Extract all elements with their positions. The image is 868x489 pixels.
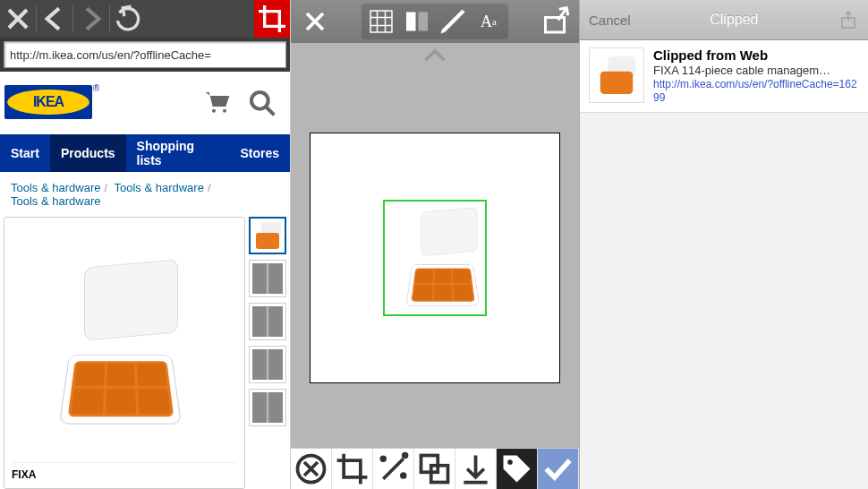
product-card: FIXA <box>4 217 245 489</box>
breadcrumb-link[interactable]: Tools & hardware <box>11 181 100 194</box>
browser-panel: IKEA ® Start Products Shopping lists Sto… <box>0 0 291 489</box>
clip-url[interactable]: http://m.ikea.com/us/en/?offlineCache=16… <box>653 78 859 105</box>
reload-icon[interactable] <box>110 0 146 38</box>
logo-text: IKEA <box>33 94 64 110</box>
crop-icon[interactable] <box>332 449 373 489</box>
magic-icon[interactable] <box>373 449 414 489</box>
product-name: FIXA <box>12 462 237 481</box>
thumbnail[interactable] <box>249 346 286 383</box>
bottom-toolbar <box>291 448 579 489</box>
back-icon[interactable] <box>37 0 72 38</box>
close-icon[interactable] <box>0 0 36 38</box>
svg-rect-2 <box>406 13 416 31</box>
url-bar <box>0 38 290 72</box>
breadcrumb-link[interactable]: Tools & hardware <box>11 194 100 208</box>
svg-point-6 <box>381 457 385 460</box>
download-icon[interactable] <box>455 449 497 489</box>
forward-icon[interactable] <box>73 0 109 38</box>
tag-icon[interactable] <box>497 449 538 489</box>
close-icon[interactable] <box>296 5 334 38</box>
search-icon[interactable] <box>248 89 277 117</box>
chevron-up-icon[interactable] <box>291 43 579 68</box>
url-input[interactable] <box>4 41 286 68</box>
nav-stores[interactable]: Stores <box>229 134 290 172</box>
canvas[interactable] <box>310 133 560 383</box>
crop-icon[interactable] <box>254 0 290 38</box>
clipped-image <box>404 210 464 306</box>
share-icon[interactable] <box>838 9 859 30</box>
pencil-icon[interactable] <box>435 5 471 38</box>
clipped-result-panel: Cancel Clipped Clipped from Web FIXA 114… <box>580 0 868 489</box>
editor-toolbar: Aa <box>291 0 579 43</box>
ikea-logo[interactable]: IKEA ® <box>4 85 94 121</box>
clear-icon[interactable] <box>291 449 332 489</box>
browser-toolbar <box>0 0 290 38</box>
main-nav: Start Products Shopping lists Stores <box>0 134 290 172</box>
clip-thumbnail <box>589 47 644 103</box>
svg-rect-1 <box>370 11 392 32</box>
svg-point-11 <box>507 459 513 465</box>
page-title: Clipped <box>710 12 758 28</box>
selection-marquee[interactable] <box>383 200 487 316</box>
nav-start[interactable]: Start <box>0 134 50 172</box>
thumbnail[interactable] <box>249 260 286 297</box>
cart-icon[interactable] <box>203 89 232 117</box>
nav-lists[interactable]: Shopping lists <box>126 134 230 172</box>
confirm-icon[interactable] <box>538 449 579 489</box>
site-header: IKEA ® <box>0 72 290 134</box>
thumbnail[interactable] <box>249 389 286 426</box>
canvas-area <box>291 68 579 448</box>
thumbnail[interactable] <box>249 217 286 254</box>
svg-rect-3 <box>419 13 429 31</box>
nav-products[interactable]: Products <box>50 134 126 172</box>
columns-icon[interactable] <box>399 5 435 38</box>
clip-subtitle: FIXA 114-piece cable managem… <box>653 64 850 77</box>
svg-point-7 <box>402 474 405 477</box>
thumbnail-list <box>249 217 286 489</box>
product-image <box>12 225 237 462</box>
product-area: FIXA <box>0 217 290 489</box>
svg-point-8 <box>404 454 407 458</box>
share-icon[interactable] <box>536 5 574 38</box>
registered-icon: ® <box>93 83 99 93</box>
cancel-button[interactable]: Cancel <box>589 13 631 28</box>
thumbnail[interactable] <box>249 303 286 340</box>
clip-card[interactable]: Clipped from Web FIXA 114-piece cable ma… <box>580 40 868 113</box>
result-header: Cancel Clipped <box>580 0 868 40</box>
svg-rect-4 <box>546 18 565 33</box>
grid-icon[interactable] <box>363 5 399 38</box>
text-icon[interactable]: Aa <box>471 5 506 38</box>
breadcrumb: Tools & hardware/ Tools & hardware/ Tool… <box>0 172 290 217</box>
svg-point-0 <box>251 92 268 109</box>
breadcrumb-link[interactable]: Tools & hardware <box>114 181 203 194</box>
clip-editor-panel: Aa <box>291 0 580 489</box>
clip-title: Clipped from Web <box>653 47 859 63</box>
overlap-icon[interactable] <box>414 449 455 489</box>
